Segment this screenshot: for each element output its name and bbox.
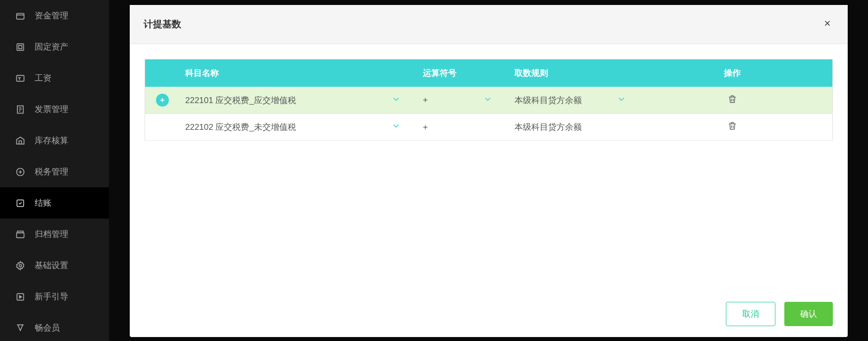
subject-value: 222102 应交税费_未交增值税 [185, 121, 296, 133]
modal-overlay: 计提基数 科目名称 运算符号 取数规则 操作 [109, 0, 868, 341]
operator-cell[interactable]: + [417, 87, 509, 114]
sidebar-item-tax[interactable]: 税务管理 [0, 156, 109, 187]
svg-rect-3 [17, 75, 24, 81]
modal-title: 计提基数 [144, 18, 181, 31]
sidebar-item-label: 结账 [35, 197, 51, 209]
sidebar-item-label: 工资 [35, 72, 51, 84]
sidebar-item-label: 发票管理 [35, 104, 68, 115]
invoice-icon [15, 104, 26, 115]
subject-value: 222101 应交税费_应交增值税 [185, 95, 296, 106]
sidebar-item-label: 税务管理 [35, 166, 68, 177]
provision-table: 科目名称 运算符号 取数规则 操作 [145, 59, 833, 141]
table-header-operator: 运算符号 [417, 59, 509, 87]
svg-rect-7 [17, 232, 24, 237]
operator-value: + [423, 122, 428, 132]
add-cell [145, 87, 179, 114]
funds-icon [15, 10, 26, 21]
sidebar-item-salary[interactable]: 工资 [0, 62, 109, 94]
sidebar-item-settings[interactable]: 基础设置 [0, 250, 109, 281]
svg-point-9 [19, 264, 22, 267]
inventory-icon [15, 135, 26, 146]
table-header-action: 操作 [632, 59, 832, 87]
assets-icon [15, 42, 26, 53]
add-cell [145, 114, 179, 141]
svg-rect-0 [17, 13, 24, 19]
modal-body: 科目名称 运算符号 取数规则 操作 [130, 44, 848, 293]
closing-icon [15, 198, 26, 209]
delete-icon[interactable] [727, 94, 737, 104]
sidebar-item-label: 归档管理 [35, 228, 68, 240]
delete-icon[interactable] [727, 121, 737, 131]
chevron-down-icon[interactable] [616, 94, 626, 107]
rule-value: 本级科目贷方余额 [514, 121, 582, 133]
tax-icon [15, 167, 26, 177]
modal-footer: 取消 确认 [130, 293, 848, 337]
sidebar-item-funds[interactable]: 资金管理 [0, 0, 109, 31]
confirm-button[interactable]: 确认 [784, 302, 833, 326]
sidebar-item-archive[interactable]: 归档管理 [0, 219, 109, 250]
chevron-down-icon[interactable] [391, 94, 401, 107]
table-header-subject: 科目名称 [179, 59, 417, 87]
close-icon[interactable] [821, 16, 834, 33]
add-row-button[interactable] [156, 94, 169, 107]
sidebar-item-inventory[interactable]: 库存核算 [0, 125, 109, 156]
chevron-down-icon[interactable] [483, 94, 493, 107]
action-cell [632, 114, 832, 141]
salary-icon [15, 73, 26, 84]
sidebar: 资金管理 固定资产 工资 发票管理 库存核算 税务管理 结账 [0, 0, 109, 341]
svg-rect-2 [19, 45, 22, 49]
rule-cell[interactable]: 本级科目贷方余额 [509, 87, 632, 114]
rule-value: 本级科目贷方余额 [514, 95, 582, 106]
table-header-add [145, 59, 179, 87]
sidebar-item-label: 畅会员 [35, 322, 60, 334]
sidebar-item-guide[interactable]: 新手引导 [0, 281, 109, 312]
table-row: 222101 应交税费_应交增值税 + [145, 87, 832, 114]
subject-cell[interactable]: 222101 应交税费_应交增值税 [179, 87, 417, 114]
rule-cell[interactable]: 本级科目贷方余额 [509, 114, 632, 141]
sidebar-item-label: 新手引导 [35, 291, 68, 302]
table-row: 222102 应交税费_未交增值税 + [145, 114, 832, 141]
provision-base-modal: 计提基数 科目名称 运算符号 取数规则 操作 [130, 5, 848, 337]
modal-header: 计提基数 [130, 5, 848, 44]
guide-icon [15, 291, 26, 302]
sidebar-item-assets[interactable]: 固定资产 [0, 31, 109, 62]
sidebar-item-invoice[interactable]: 发票管理 [0, 94, 109, 125]
svg-rect-1 [17, 44, 23, 50]
subject-cell[interactable]: 222102 应交税费_未交增值税 [179, 114, 417, 141]
vip-icon [15, 323, 26, 334]
operator-cell[interactable]: + [417, 114, 509, 141]
sidebar-item-label: 固定资产 [35, 41, 68, 53]
gear-icon [15, 260, 26, 271]
chevron-down-icon[interactable] [391, 121, 401, 133]
sidebar-item-label: 资金管理 [35, 10, 68, 21]
sidebar-item-label: 库存核算 [35, 135, 68, 146]
cancel-button[interactable]: 取消 [726, 302, 775, 326]
operator-value: + [423, 95, 428, 105]
sidebar-item-vip[interactable]: 畅会员 [0, 312, 109, 341]
sidebar-item-closing[interactable]: 结账 [0, 187, 109, 219]
action-cell [632, 87, 832, 114]
table-header-rule: 取数规则 [509, 59, 632, 87]
svg-rect-8 [17, 231, 23, 232]
archive-icon [15, 229, 26, 240]
sidebar-item-label: 基础设置 [35, 260, 68, 271]
